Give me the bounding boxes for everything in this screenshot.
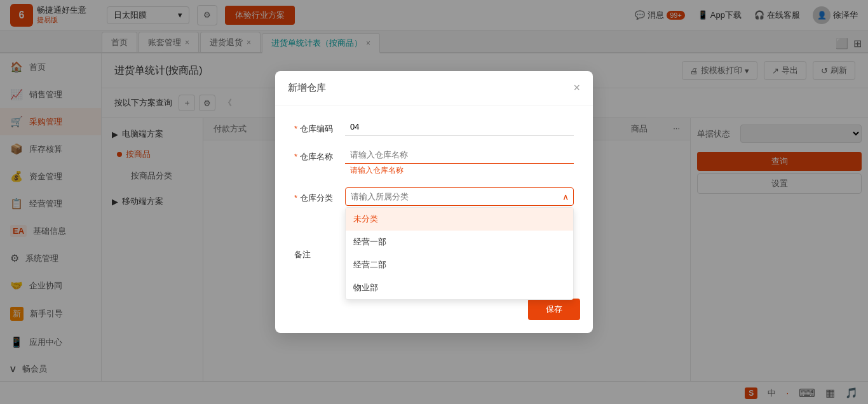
modal-save-button[interactable]: 保存 [528,299,580,320]
dropdown-item-dept2[interactable]: 经营二部 [346,253,573,276]
warehouse-category-row: 仓库分类 ∧ 未分类 经营一部 经营二部 物业部 [294,187,574,206]
dropdown-item-unclassified[interactable]: 未分类 [346,208,573,231]
warehouse-category-input[interactable] [345,187,574,206]
warehouse-category-wrapper: ∧ 未分类 经营一部 经营二部 物业部 [345,187,574,206]
warehouse-name-error: 请输入仓库名称 [345,164,574,177]
warehouse-note-label: 备注 [294,244,345,260]
warehouse-code-input[interactable] [345,118,574,136]
dropdown-item-property[interactable]: 物业部 [346,276,573,299]
modal-close-button[interactable]: × [573,81,580,95]
modal-overlay: 新增仓库 × 仓库编码 仓库名称 请输入仓库名称 仓库分类 [0,0,868,404]
warehouse-code-label: 仓库编码 [294,118,345,135]
warehouse-name-input[interactable] [345,146,574,164]
warehouse-category-label: 仓库分类 [294,187,345,204]
category-dropdown: 未分类 经营一部 经营二部 物业部 [345,207,574,300]
new-warehouse-modal: 新增仓库 × 仓库编码 仓库名称 请输入仓库名称 仓库分类 [275,71,593,333]
chevron-up-icon: ∧ [562,192,569,202]
modal-title: 新增仓库 [288,82,326,94]
modal-body: 仓库编码 仓库名称 请输入仓库名称 仓库分类 ∧ 未分类 [275,105,593,292]
warehouse-code-row: 仓库编码 [294,118,574,136]
modal-header: 新增仓库 × [275,71,593,105]
warehouse-name-row: 仓库名称 请输入仓库名称 [294,146,574,177]
dropdown-item-dept1[interactable]: 经营一部 [346,231,573,253]
warehouse-name-label: 仓库名称 [294,146,345,163]
